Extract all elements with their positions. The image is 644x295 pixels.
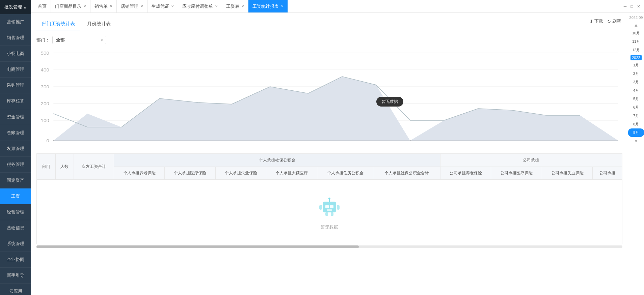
- department-select[interactable]: 全部: [52, 36, 106, 44]
- close-window-button[interactable]: ✕: [636, 4, 641, 9]
- sidebar-item-guide[interactable]: 新手引导: [0, 268, 31, 284]
- filter-row: 部门： 全部 ▼: [36, 36, 622, 44]
- col-personal-unemployment: 个人承担失业保险: [215, 167, 266, 180]
- timeline-up-button[interactable]: ▲: [633, 21, 640, 29]
- sidebar-item-ledger[interactable]: 总账管理: [0, 125, 31, 141]
- data-table-wrap: 部门 人数 应发工资合计 个人承担社保公积金 公司承担 个人承担养老保险 个人承…: [36, 153, 622, 244]
- svg-rect-22: [331, 212, 333, 216]
- col-company-unemployment: 公司承担失业保险: [542, 167, 593, 180]
- col-personal-pension: 个人承担养老保险: [114, 167, 165, 180]
- sidebar-item-finance[interactable]: 资金管理: [0, 109, 31, 125]
- timeline-month-8[interactable]: 8月: [628, 120, 644, 128]
- sidebar-item-collaboration[interactable]: 企业协同: [0, 252, 31, 268]
- maximize-button[interactable]: □: [629, 4, 635, 9]
- tab-store-manage[interactable]: 店铺管理 ✕: [117, 0, 147, 13]
- sidebar-item-invoice[interactable]: 发票管理: [0, 141, 31, 157]
- sidebar-header[interactable]: 批发管理 ▲: [0, 0, 31, 14]
- close-tab-receivable-adjustment[interactable]: ✕: [215, 4, 218, 8]
- department-select-wrapper: 全部 ▼: [52, 36, 106, 44]
- close-tab-store-manage[interactable]: ✕: [140, 4, 143, 8]
- department-filter-label: 部门：: [36, 37, 50, 43]
- tab-receivable-adjustment[interactable]: 应收应付调整单 ✕: [178, 0, 222, 13]
- svg-rect-15: [330, 205, 333, 208]
- sidebar-item-sales[interactable]: 销售管理: [0, 30, 31, 46]
- sidebar-item-assets[interactable]: 固定资产: [0, 173, 31, 188]
- sidebar-item-payroll[interactable]: 工资: [0, 188, 31, 204]
- timeline-month-2[interactable]: 2月: [628, 69, 644, 78]
- svg-text:0: 0: [46, 139, 49, 143]
- sidebar-item-basic-info[interactable]: 基础信息: [0, 220, 31, 236]
- page-body: 部门工资统计表 月份统计表 ⬇ 下载 ↻ 刷新 部门：: [31, 13, 628, 295]
- svg-text:100: 100: [41, 118, 50, 123]
- sidebar-item-purchase[interactable]: 采购管理: [0, 78, 31, 93]
- tab-home[interactable]: 首页: [34, 0, 51, 13]
- sidebar-header-arrow: ▲: [23, 5, 27, 9]
- toolbar: ⬇ 下载 ↻ 刷新: [589, 18, 621, 24]
- tab-generate-voucher[interactable]: 生成凭证 ✕: [147, 0, 178, 13]
- close-tab-payroll[interactable]: ✕: [241, 4, 244, 8]
- timeline-down-button[interactable]: ▼: [633, 137, 640, 145]
- col-group-personal: 个人承担社保公积金: [114, 154, 440, 167]
- sidebar-item-ecommerce[interactable]: 电商管理: [0, 62, 31, 78]
- payroll-chart: 500 400 300 200 100 0: [36, 50, 622, 151]
- col-personal-total: 个人承担社保公积金合计: [373, 167, 440, 180]
- svg-rect-19: [319, 205, 322, 210]
- col-personal-housing-fund: 个人承担住房公积金: [317, 167, 373, 180]
- download-icon: ⬇: [589, 19, 593, 24]
- sidebar-item-system[interactable]: 系统管理: [0, 236, 31, 252]
- svg-text:300: 300: [41, 85, 50, 89]
- data-table: 部门 人数 应发工资合计 个人承担社保公积金 公司承担 个人承担养老保险 个人承…: [37, 154, 622, 244]
- col-company-misc: 公司承担: [593, 167, 622, 180]
- close-tab-payroll-report[interactable]: ✕: [281, 4, 284, 8]
- svg-text:500: 500: [41, 51, 50, 55]
- timeline-month-11[interactable]: 11月: [628, 37, 644, 46]
- timeline-month-6[interactable]: 6月: [628, 103, 644, 112]
- empty-text: 暂无数据: [37, 224, 622, 230]
- year-active-label: 2022: [630, 55, 641, 60]
- tab-bar: 首页 门店商品目录 ✕ 销售单 ✕ 店铺管理 ✕ 生成凭证 ✕ 应收应付调整单 …: [31, 0, 644, 13]
- sidebar-item-tax[interactable]: 税务管理: [0, 157, 31, 173]
- close-tab-sales-order[interactable]: ✕: [110, 4, 112, 8]
- refresh-icon: ↻: [607, 19, 611, 24]
- col-company-medical: 公司承担医疗保险: [491, 167, 542, 180]
- sidebar-item-operations[interactable]: 经营管理: [0, 204, 31, 220]
- timeline-month-12[interactable]: 12月: [628, 46, 644, 54]
- sidebar-item-marketing[interactable]: 营销推广: [0, 14, 31, 30]
- col-group-company: 公司承担: [440, 154, 622, 167]
- timeline-month-5[interactable]: 5月: [628, 95, 644, 103]
- close-tab-generate-voucher[interactable]: ✕: [171, 4, 174, 8]
- svg-rect-21: [325, 212, 328, 216]
- col-personal-medical: 个人承担医疗保险: [165, 167, 216, 180]
- tab-sales-order[interactable]: 销售单 ✕: [90, 0, 117, 13]
- sidebar-item-cloud[interactable]: 云应用: [0, 284, 31, 295]
- minimize-button[interactable]: ─: [622, 4, 628, 9]
- main-area: 首页 门店商品目录 ✕ 销售单 ✕ 店铺管理 ✕ 生成凭证 ✕ 应收应付调整单 …: [31, 0, 644, 295]
- svg-rect-14: [325, 205, 329, 208]
- sidebar-item-inventory[interactable]: 库存核算: [0, 93, 31, 109]
- content-area: 部门工资统计表 月份统计表 ⬇ 下载 ↻ 刷新 部门：: [31, 13, 644, 295]
- col-department: 部门: [37, 154, 56, 180]
- col-personal-major-medical: 个人承担大额医疗: [266, 167, 317, 180]
- refresh-button[interactable]: ↻ 刷新: [607, 18, 621, 24]
- chart-area: 500 400 300 200 100 0: [36, 50, 622, 151]
- col-total-wage: 应发工资合计: [74, 154, 114, 180]
- svg-rect-20: [337, 205, 340, 210]
- timeline-month-1[interactable]: 1月: [628, 61, 644, 69]
- horizontal-scrollbar[interactable]: [36, 245, 622, 248]
- sub-tab-monthly[interactable]: 月份统计表: [82, 18, 116, 30]
- download-button[interactable]: ⬇ 下载: [589, 18, 603, 24]
- tab-store-catalog[interactable]: 门店商品目录 ✕: [51, 0, 90, 13]
- col-company-pension: 公司承担养老保险: [440, 167, 491, 180]
- close-tab-store-catalog[interactable]: ✕: [83, 4, 86, 8]
- sidebar-item-ecommerce-small[interactable]: 小畅电商: [0, 46, 31, 62]
- tab-payroll[interactable]: 工资表 ✕: [222, 0, 248, 13]
- timeline-month-4[interactable]: 4月: [628, 86, 644, 95]
- tab-payroll-report[interactable]: 工资统计报表 ✕: [248, 0, 288, 13]
- timeline-month-3[interactable]: 3月: [628, 78, 644, 86]
- timeline-month-7[interactable]: 7月: [628, 112, 644, 120]
- timeline-month-9[interactable]: 9月: [628, 128, 644, 137]
- svg-rect-16: [327, 209, 332, 211]
- scrollbar-thumb[interactable]: [36, 245, 359, 248]
- sub-tab-department[interactable]: 部门工资统计表: [36, 18, 80, 30]
- timeline-month-10[interactable]: 10月: [628, 29, 644, 37]
